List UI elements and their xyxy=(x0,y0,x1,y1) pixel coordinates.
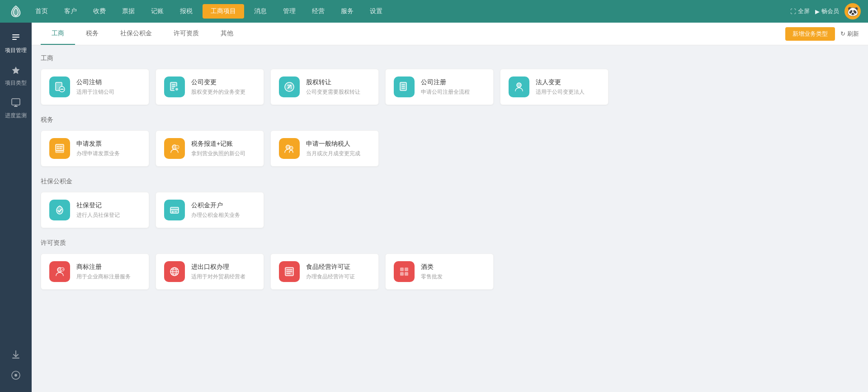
card-trademark[interactable]: ™ 商标注册 用于企业商标注册服务 xyxy=(41,253,149,290)
svg-point-9 xyxy=(14,374,17,377)
card-desc-liquor: 零售批发 xyxy=(421,273,443,281)
top-nav-item-报税[interactable]: 报税 xyxy=(172,0,201,23)
card-desc-social-insurance: 进行人员社保登记 xyxy=(76,211,120,219)
card-name-import-export: 进出口权办理 xyxy=(191,263,245,271)
avatar[interactable]: 🐼 xyxy=(844,3,861,19)
top-nav-item-管理[interactable]: 管理 xyxy=(275,0,304,23)
card-food-license[interactable]: 食品经营许可证 办理食品经营许可证 xyxy=(270,253,379,290)
card-name-tax-report: 税务报道+记账 xyxy=(191,140,245,148)
top-nav-item-首页[interactable]: 首页 xyxy=(27,0,56,23)
card-desc-equity-transfer: 公司变更需要股权转让 xyxy=(306,88,360,96)
sidebar-item-label: 进度监测 xyxy=(5,112,27,120)
tab-shuiwu[interactable]: 税务 xyxy=(75,23,109,45)
top-nav-item-收费[interactable]: 收费 xyxy=(85,0,114,23)
download-icon-button[interactable] xyxy=(0,345,32,364)
card-icon-liquor xyxy=(394,261,415,282)
fullscreen-button[interactable]: ⛶ 全屏 xyxy=(790,7,810,15)
svg-rect-29 xyxy=(175,211,177,212)
top-nav-item-票据[interactable]: 票据 xyxy=(114,0,143,23)
card-name-equity-transfer: 股权转让 xyxy=(306,78,360,86)
top-nav-item-客户[interactable]: 客户 xyxy=(56,0,85,23)
vip-button[interactable]: ▶ 畅会员 xyxy=(815,7,839,15)
section-title-xuke: 许可资质 xyxy=(41,239,859,247)
card-icon-company-register xyxy=(394,76,415,97)
svg-rect-20 xyxy=(56,151,64,153)
card-liquor[interactable]: 酒类 零售批发 xyxy=(385,253,494,290)
top-nav-item-经营[interactable]: 经营 xyxy=(304,0,333,23)
card-desc-company-register: 申请公司注册全流程 xyxy=(421,88,470,96)
svg-point-25 xyxy=(289,146,293,150)
card-desc-company-cancel: 适用于注销公司 xyxy=(76,88,114,96)
new-type-button[interactable]: 新增业务类型 xyxy=(785,27,835,41)
svg-rect-4 xyxy=(12,99,20,105)
help-icon-button[interactable] xyxy=(0,366,32,385)
card-name-legal-change: 法人变更 xyxy=(536,78,585,86)
card-fund-account[interactable]: 公积金开户 办理公积金相关业务 xyxy=(156,192,264,228)
card-company-cancel[interactable]: 公司注销 适用于注销公司 xyxy=(41,69,149,105)
avatar-icon: 🐼 xyxy=(847,6,859,17)
top-nav-item-消息[interactable]: 消息 xyxy=(246,0,275,23)
top-nav-menu: 首页客户收费票据记账报税工商项目消息管理经营服务设置 xyxy=(27,0,790,23)
sidebar-item-label: 项目管理 xyxy=(5,47,27,54)
svg-rect-41 xyxy=(400,272,404,276)
card-desc-tax-report: 拿到营业执照的新公司 xyxy=(191,150,245,158)
card-name-social-insurance: 社保登记 xyxy=(76,201,120,210)
svg-rect-5 xyxy=(14,106,18,107)
sidebar-item-project-management[interactable]: 项目管理 xyxy=(0,27,32,60)
top-nav-item-设置[interactable]: 设置 xyxy=(362,0,391,23)
refresh-button[interactable]: ↻ 刷新 xyxy=(840,30,859,38)
top-nav-item-服务[interactable]: 服务 xyxy=(333,0,362,23)
svg-rect-2 xyxy=(12,39,17,40)
card-icon-apply-invoice xyxy=(49,138,70,159)
tab-gongshang[interactable]: 工商 xyxy=(41,23,75,45)
fullscreen-label: 全屏 xyxy=(798,7,810,15)
card-icon-food-license xyxy=(279,261,300,282)
card-company-change[interactable]: 公司变更 股权变更外的业务变更 xyxy=(156,69,264,105)
card-name-trademark: 商标注册 xyxy=(76,263,131,271)
refresh-label: 刷新 xyxy=(847,30,859,38)
top-nav-item-工商项目[interactable]: 工商项目 xyxy=(203,4,244,19)
logo xyxy=(5,0,27,23)
svg-rect-26 xyxy=(170,207,179,213)
svg-point-28 xyxy=(172,211,174,213)
sidebar-bottom xyxy=(0,345,32,392)
svg-rect-40 xyxy=(405,268,408,271)
section-xuke: 许可资质 ™ 商标注册 用于企业 xyxy=(41,239,859,290)
card-desc-legal-change: 适用于公司变更法人 xyxy=(536,88,585,96)
vip-label: 畅会员 xyxy=(821,7,839,15)
fullscreen-icon: ⛶ xyxy=(790,8,796,15)
top-nav: 首页客户收费票据记账报税工商项目消息管理经营服务设置 ⛶ 全屏 ▶ 畅会员 🐼 xyxy=(0,0,868,23)
card-icon-fund-account xyxy=(164,200,185,220)
top-nav-right: ⛶ 全屏 ▶ 畅会员 🐼 xyxy=(790,3,868,19)
card-icon-import-export xyxy=(164,261,185,282)
card-icon-equity-transfer: ¥ xyxy=(279,76,300,97)
top-nav-item-记账[interactable]: 记账 xyxy=(143,0,172,23)
cards-grid-xuke: ™ 商标注册 用于企业商标注册服务 xyxy=(41,253,859,290)
card-name-liquor: 酒类 xyxy=(421,263,443,271)
svg-rect-0 xyxy=(12,34,19,35)
card-import-export[interactable]: 进出口权办理 适用于对外贸易经营者 xyxy=(156,253,264,290)
tab-xuke[interactable]: 许可资质 xyxy=(163,23,210,45)
card-name-fund-account: 公积金开户 xyxy=(191,201,240,210)
card-company-register[interactable]: 公司注册 申请公司注册全流程 xyxy=(385,69,494,105)
card-equity-transfer[interactable]: ¥ 股权转让 公司变更需要股权转让 xyxy=(270,69,379,105)
card-icon-social-insurance xyxy=(49,200,70,220)
card-apply-taxpayer[interactable]: 申请一般纳税人 当月或次月成变更完成 xyxy=(270,130,379,167)
card-social-insurance[interactable]: 社保登记 进行人员社保登记 xyxy=(41,192,149,228)
section-title-gongshang: 工商 xyxy=(41,54,859,62)
card-desc-fund-account: 办理公积金相关业务 xyxy=(191,211,240,219)
card-tax-report[interactable]: + 税务报道+记账 拿到营业执照的新公司 xyxy=(156,130,264,167)
sidebar-item-project-type[interactable]: 项目类型 xyxy=(0,60,32,92)
card-legal-change[interactable]: 法人变更 适用于公司变更法人 xyxy=(500,69,609,105)
tab-shebao[interactable]: 社保公积金 xyxy=(109,23,163,45)
tab-other[interactable]: 其他 xyxy=(210,23,244,45)
sidebar-item-progress-monitor[interactable]: 进度监测 xyxy=(0,92,32,125)
svg-rect-39 xyxy=(400,268,404,271)
svg-text:+: + xyxy=(176,146,178,149)
sidebar-item-label: 项目类型 xyxy=(5,79,27,87)
content-area: 工商 税务 社保公积金 许可资质 其他 新增业务类型 ↻ 刷新 工商 xyxy=(32,23,868,392)
svg-rect-7 xyxy=(12,358,19,359)
card-apply-invoice[interactable]: 申请发票 办理申请发票业务 xyxy=(41,130,149,167)
cards-grid-shuiwu: 申请发票 办理申请发票业务 + xyxy=(41,130,859,167)
scroll-content: 工商 公司注销 适用于注销公司 xyxy=(32,45,868,392)
